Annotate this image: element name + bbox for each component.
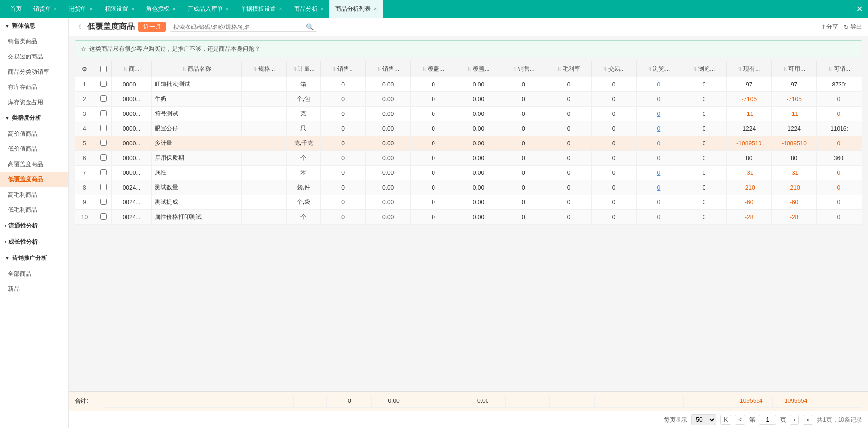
first-page-button[interactable]: K [720, 415, 731, 425]
total-current: -1095554 [728, 395, 773, 408]
row-browse1[interactable]: 0 [636, 195, 681, 210]
sidebar-item-all-goods[interactable]: 全部商品 [0, 266, 68, 282]
sidebar-section-cluster[interactable]: ▼ 类群度分析 [0, 110, 68, 126]
nav-finished-goods[interactable]: 产成品入库单 × [182, 0, 235, 18]
sidebar-item-high-value[interactable]: 高价值商品 [0, 126, 68, 142]
sidebar-item-traded-goods[interactable]: 交易过的商品 [0, 49, 68, 64]
table-container[interactable]: ⚙ ⇅商... ⇅商品名称 ⇅规格... [69, 61, 868, 391]
sidebar-item-low-coverage[interactable]: 低覆盖度商品 [0, 172, 68, 187]
date-filter-button[interactable]: 近一月 [138, 22, 166, 32]
sidebar-section-flow[interactable]: › 流通性分析 [0, 218, 68, 234]
row-trade: 0 [591, 151, 636, 166]
row-browse1[interactable]: 0 [636, 77, 681, 92]
sidebar-item-new-goods[interactable]: 新品 [0, 282, 68, 297]
sidebar-item-sales-goods[interactable]: 销售类商品 [0, 34, 68, 49]
col-header-saleable: ⇅可销... [817, 61, 862, 77]
total-pages-label: 共1页，10条记录 [817, 416, 862, 424]
nav-role-auth[interactable]: 角色授权 × [140, 0, 181, 18]
sidebar-section-marketing[interactable]: ▼ 营销推广分析 [0, 250, 68, 266]
row-cover1: 0 [411, 151, 456, 166]
page-size-select[interactable]: 50 100 200 [691, 414, 716, 425]
select-all-checkbox[interactable] [100, 66, 107, 72]
nav-product-analysis-list-close[interactable]: × [374, 6, 377, 12]
row-cover2: 0.00 [456, 121, 501, 136]
nav-product-analysis[interactable]: 商品分析 × [288, 0, 329, 18]
row-checkbox[interactable] [100, 213, 107, 220]
row-browse1[interactable]: 0 [636, 210, 681, 225]
sidebar-item-stock-goods[interactable]: 有库存商品 [0, 80, 68, 95]
nav-template-settings-close[interactable]: × [279, 6, 282, 12]
nav-finished-goods-close[interactable]: × [226, 6, 229, 12]
row-browse1[interactable]: 0 [636, 92, 681, 107]
row-checkbox-cell[interactable] [95, 151, 111, 166]
sidebar-collapse-btn[interactable]: 《 [75, 23, 81, 31]
row-checkbox-cell[interactable] [95, 210, 111, 225]
prev-page-button[interactable]: < [735, 415, 745, 425]
sort-icon-s3: ⇅ [513, 66, 516, 72]
sidebar-section-growth[interactable]: › 成长性分析 [0, 234, 68, 250]
nav-sales-order-close[interactable]: × [54, 6, 57, 12]
row-checkbox[interactable] [100, 81, 107, 87]
last-page-button[interactable]: » [803, 415, 813, 425]
row-checkbox-cell[interactable] [95, 92, 111, 107]
row-checkbox[interactable] [100, 169, 107, 175]
row-checkbox[interactable] [100, 110, 107, 116]
sidebar-section-overall[interactable]: ▼ 整体信息 [0, 18, 68, 34]
sidebar-item-stock-capital[interactable]: 库存资金占用 [0, 95, 68, 110]
sidebar-item-low-value[interactable]: 低价值商品 [0, 142, 68, 157]
row-cover2: 0.00 [456, 166, 501, 180]
row-browse1[interactable]: 0 [636, 180, 681, 195]
sidebar-item-high-margin[interactable]: 高毛利商品 [0, 187, 68, 202]
nav-permission-settings-close[interactable]: × [131, 6, 134, 12]
export-button[interactable]: ↻ 导出 [844, 23, 862, 31]
row-checkbox[interactable] [100, 184, 107, 190]
col-header-check[interactable] [95, 61, 111, 77]
share-button[interactable]: ⤴ 分享 [822, 23, 838, 31]
row-spec [242, 180, 287, 195]
row-browse1[interactable]: 0 [636, 166, 681, 180]
nav-product-analysis-list[interactable]: 商品分析列表 × [329, 0, 382, 18]
row-checkbox-cell[interactable] [95, 107, 111, 121]
col-header-cover2: ⇅覆盖... [456, 61, 501, 77]
nav-template-settings[interactable]: 单据模板设置 × [235, 0, 288, 18]
row-sales3: 0 [501, 77, 546, 92]
table-row: 7 0000... 属性 米 0 0.00 0 0.00 0 0 0 0 0 -… [75, 166, 862, 180]
nav-purchase-order[interactable]: 进货单 × [63, 0, 98, 18]
row-spec [242, 166, 287, 180]
row-checkbox-cell[interactable] [95, 180, 111, 195]
row-browse1[interactable]: 0 [636, 136, 681, 151]
row-checkbox[interactable] [100, 140, 107, 146]
search-input[interactable] [173, 24, 306, 30]
nav-product-analysis-close[interactable]: × [321, 6, 324, 12]
row-saleable: 0: [817, 136, 862, 151]
row-checkbox[interactable] [100, 154, 107, 161]
nav-sales-order[interactable]: 销货单 × [27, 0, 63, 18]
section-arrow-overall: ▼ [5, 23, 10, 29]
nav-purchase-order-close[interactable]: × [89, 6, 92, 12]
row-checkbox-cell[interactable] [95, 121, 111, 136]
row-checkbox[interactable] [100, 125, 107, 131]
row-checkbox-cell[interactable] [95, 195, 111, 210]
row-checkbox-cell[interactable] [95, 166, 111, 180]
nav-home[interactable]: 首页 [4, 0, 27, 18]
nav-permission-settings[interactable]: 权限设置 × [99, 0, 140, 18]
next-page-button[interactable]: › [790, 415, 799, 425]
row-checkbox-cell[interactable] [95, 77, 111, 92]
sidebar-item-high-coverage[interactable]: 高覆盖度商品 [0, 157, 68, 172]
sidebar-item-category-rate[interactable]: 商品分类动销率 [0, 64, 68, 80]
row-browse1[interactable]: 0 [636, 151, 681, 166]
nav-role-auth-close[interactable]: × [172, 6, 175, 12]
row-checkbox[interactable] [100, 95, 107, 102]
sidebar-item-low-margin[interactable]: 低毛利商品 [0, 202, 68, 218]
row-checkbox-cell[interactable] [95, 136, 111, 151]
col-header-gear[interactable]: ⚙ [75, 61, 95, 77]
row-checkbox[interactable] [100, 199, 107, 205]
page-number-input[interactable] [759, 415, 776, 425]
window-close-button[interactable]: ✕ [854, 4, 864, 14]
row-sales2: 0.00 [366, 77, 411, 92]
total-row: 0 0.00 0.00 -1095554 -1095554 [104, 395, 862, 408]
row-spec [242, 195, 287, 210]
row-saleable: 0: [817, 92, 862, 107]
row-browse1[interactable]: 0 [636, 107, 681, 121]
row-browse1[interactable]: 0 [636, 121, 681, 136]
